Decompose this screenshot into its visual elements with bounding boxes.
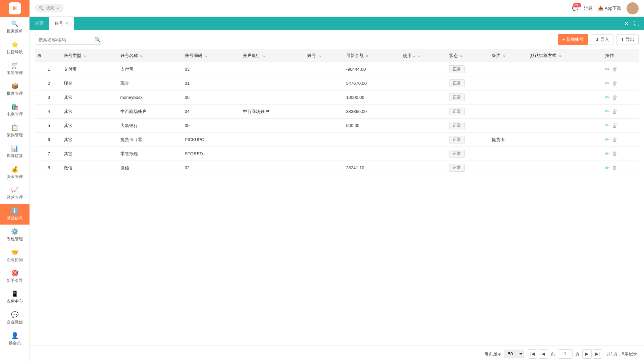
sidebar-item-ecommerce-mgmt[interactable]: 🛍️ 电商管理 — [0, 100, 30, 121]
table-row: 1 支付宝 支付宝 03 -90444.00 正常 ✏ 🗑 — [35, 62, 639, 76]
sidebar-label-wholesale-mgmt: 批发管理 — [7, 91, 23, 97]
page-input[interactable] — [558, 349, 573, 359]
sidebar-item-new-guide[interactable]: 🎯 新手引导 — [0, 266, 30, 287]
th-name[interactable]: 账号名称 ⇅ — [118, 49, 182, 62]
cell-name-7: 微信 — [118, 161, 182, 175]
cell-action-7: ✏ 🗑 — [602, 161, 639, 175]
th-usage[interactable]: 使用... ⇅ — [400, 49, 446, 62]
sidebar-item-wholesale-mgmt[interactable]: 📦 批发管理 — [0, 79, 30, 100]
page-prev-button[interactable]: ◀ — [539, 349, 548, 359]
sidebar-item-search-menu[interactable]: 🔍 搜索菜单 — [0, 17, 30, 38]
edit-button-4[interactable]: ✏ — [605, 122, 609, 129]
sidebar-label-purchase-mgmt: 采购管理 — [7, 132, 23, 138]
edit-button-6[interactable]: ✏ — [605, 150, 609, 157]
sidebar-item-inventory-mgmt[interactable]: 📊 库存核算 — [0, 141, 30, 162]
page-last-button[interactable]: ▶| — [593, 349, 602, 359]
th-settings[interactable]: ⚙ — [35, 49, 45, 62]
th-remark[interactable]: 备注 ⇅ — [489, 49, 528, 62]
cell-balance-2: 10000.00 — [343, 90, 400, 105]
th-balance[interactable]: 最新余额 ⇅ — [343, 49, 400, 62]
delete-button-3[interactable]: 🗑 — [612, 109, 618, 115]
sidebar-label-business-mgmt: 经营管理 — [7, 195, 23, 200]
page-label: 页 — [551, 351, 555, 357]
content-toolbar: 🔍 + 新增账号 ⬇ 导入 ⬆ 导出 — [30, 30, 644, 49]
delete-button-2[interactable]: 🗑 — [612, 95, 618, 101]
cell-status-3: 正常 — [446, 105, 489, 119]
th-code[interactable]: 账号编码 ⇅ — [182, 49, 240, 62]
sidebar-label-basic-info: 基础信息 — [7, 216, 23, 221]
th-bank[interactable]: 开户银行 ⇅ — [240, 49, 305, 62]
th-default-settle[interactable]: 默认结算方式 ⇅ — [528, 49, 602, 62]
export-button[interactable]: ⬆ 导出 — [616, 34, 639, 45]
delete-button-0[interactable]: 🗑 — [612, 66, 618, 72]
tab-account-close[interactable]: ✕ — [65, 21, 68, 26]
tab-close-all-button[interactable]: ✕ — [622, 20, 631, 27]
sidebar-item-enterprise-agreement[interactable]: 🤝 企业协同 — [0, 245, 30, 266]
sidebar-item-quick-nav[interactable]: ⭐ 快捷导航 — [0, 38, 30, 58]
sidebar-item-app-center[interactable]: 📱 应用中心 — [0, 287, 30, 308]
delete-button-1[interactable]: 🗑 — [612, 80, 618, 86]
import-button[interactable]: ⬇ 导入 — [591, 34, 613, 45]
page-size-select[interactable]: 50 100 200 — [504, 350, 524, 358]
tabbar: 首页 账号 ✕ ✕ ⛶ — [30, 17, 644, 30]
sidebar-item-fund-mgmt[interactable]: 💰 资金管理 — [0, 162, 30, 183]
table-search-wrap[interactable]: 🔍 — [35, 35, 102, 45]
tab-account[interactable]: 账号 ✕ — [49, 17, 74, 30]
sidebar-logo: 财 — [0, 0, 30, 17]
cell-account-6 — [305, 147, 343, 161]
delete-button-5[interactable]: 🗑 — [612, 137, 618, 143]
sidebar-item-members[interactable]: 👤 畅会员 — [0, 328, 30, 349]
delete-button-4[interactable]: 🗑 — [612, 123, 618, 129]
cell-account-7 — [305, 161, 343, 175]
cell-default-settle-0 — [528, 62, 602, 76]
edit-button-1[interactable]: ✏ — [605, 80, 609, 86]
top-search-box[interactable]: 🔍 搜索 ▼ — [35, 4, 64, 12]
table-container: ⚙ 账号类型 ⇅ 账号名称 ⇅ 账号编码 ⇅ 开户银行 ⇅ 账号 ⇅ 最新余额 … — [30, 49, 644, 345]
message-button[interactable]: 💬 99+ — [572, 5, 579, 11]
sidebar-label-app-center: 应用中心 — [7, 299, 23, 304]
delete-button-7[interactable]: 🗑 — [612, 165, 618, 171]
sidebar-item-system-mgmt[interactable]: ⚙️ 系统管理 — [0, 225, 30, 245]
add-account-button[interactable]: + 新增账号 — [558, 34, 588, 45]
tab-expand-button[interactable]: ⛶ — [632, 20, 641, 27]
tab-home[interactable]: 首页 — [30, 17, 49, 30]
page-next-button[interactable]: ▶ — [582, 349, 592, 359]
sidebar-item-enterprise-wechat[interactable]: 💬 企业微信 — [0, 308, 30, 328]
page-first-button[interactable]: |◀ — [528, 349, 537, 359]
logo-text: 财 — [12, 5, 17, 11]
sidebar-label-search-menu: 搜索菜单 — [7, 28, 23, 34]
sidebar-label-inventory-mgmt: 库存核算 — [7, 153, 23, 159]
th-type[interactable]: 账号类型 ⇅ — [61, 49, 118, 62]
edit-button-7[interactable]: ✏ — [605, 165, 609, 171]
cell-bank-7 — [240, 161, 305, 175]
sidebar-item-retail-mgmt[interactable]: 🛒 零售管理 — [0, 58, 30, 79]
cell-action-3: ✏ 🗑 — [602, 105, 639, 119]
cell-default-settle-6 — [528, 147, 602, 161]
edit-button-0[interactable]: ✏ — [605, 66, 609, 72]
user-avatar[interactable] — [627, 2, 639, 14]
app-download-button[interactable]: 📥 App下载 — [598, 5, 621, 11]
table-search-icon[interactable]: 🔍 — [94, 37, 101, 43]
cell-code-1: 01 — [182, 76, 240, 90]
cell-type-7: 微信 — [61, 161, 118, 175]
edit-button-2[interactable]: ✏ — [605, 94, 609, 101]
cell-balance-1: 547670.00 — [343, 76, 400, 90]
edit-button-3[interactable]: ✏ — [605, 108, 609, 115]
cell-settings-7 — [35, 161, 45, 175]
cell-settings-3 — [35, 105, 45, 119]
sidebar-label-new-guide: 新手引导 — [7, 278, 23, 284]
cell-bank-4 — [240, 119, 305, 133]
delete-button-6[interactable]: 🗑 — [612, 151, 618, 157]
th-status[interactable]: 状态 ⇅ — [446, 49, 489, 62]
cell-usage-0 — [400, 62, 446, 76]
top-search-arrow: ▼ — [56, 6, 60, 10]
sidebar-item-basic-info[interactable]: ℹ️ 基础信息 — [0, 204, 30, 225]
cell-settings-2 — [35, 90, 45, 105]
cell-default-settle-7 — [528, 161, 602, 175]
members-icon: 👤 — [11, 332, 18, 339]
th-account[interactable]: 账号 ⇅ — [305, 49, 343, 62]
table-search-input[interactable] — [39, 37, 92, 42]
edit-button-5[interactable]: ✏ — [605, 136, 609, 143]
sidebar-item-purchase-mgmt[interactable]: 📋 采购管理 — [0, 121, 30, 141]
sidebar-item-business-mgmt[interactable]: 📈 经营管理 — [0, 183, 30, 204]
